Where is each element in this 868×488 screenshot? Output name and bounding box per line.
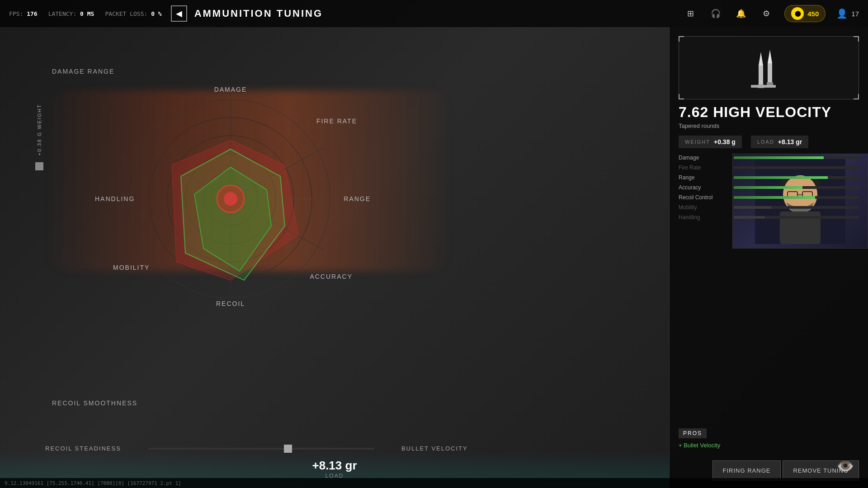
page-title: AMMUNITION TUNING [194,8,323,19]
stat-bar-fill [734,216,765,219]
damage-range-label: DAMAGE RANGE [52,68,114,75]
bullet-velocity-label: BULLET VELOCITY [401,445,468,452]
radar-label-damage: DAMAGE [214,86,247,93]
top-right-controls: ⊞ 🎧 🔔 ⚙ ⬤ 450 👤 17 [683,5,859,22]
corner-br [854,94,859,99]
back-button[interactable]: ◀ [171,5,187,22]
weight-load-badges: WEIGHT +0.38 g LOAD +8.13 gr [679,136,859,148]
pro-item: + Bullet Velocity [679,441,859,450]
weight-indicator [35,162,43,170]
stat-name-label: Range [679,174,728,181]
corner-tr [854,36,859,42]
stat-bar-bg [734,206,859,209]
ammo-description: Tapered rounds [670,121,868,131]
player-badge: 👤 17 [836,8,859,19]
ammo-preview [679,36,859,99]
player-icon: 👤 [836,8,848,19]
stat-name-label: Fire Rate [679,164,728,171]
pros-label: PROS [679,428,707,438]
load-badge-value: +8.13 gr [778,138,802,145]
load-badge-label: LOAD [757,139,774,145]
recoil-steadiness-row: RECOIL STEADINESS BULLET VELOCITY [45,445,646,452]
radar-label-range: RANGE [344,195,371,202]
stat-name-label: Recoil Control [679,194,728,201]
gear-icon-button[interactable]: ⚙ [759,6,774,21]
weight-label: +0.38 g WEIGHT [37,104,42,156]
headset-icon-button[interactable]: 🎧 [708,6,723,21]
currency-icon: ⬤ [791,7,804,20]
right-panel: 7.62 HIGH VELOCITY Tapered rounds [669,27,868,488]
stat-bar-bg [734,176,859,179]
bell-icon: 🔔 [736,9,746,19]
recoil-steadiness-thumb[interactable] [284,445,292,453]
recoil-steadiness-slider[interactable] [148,448,374,450]
recoil-steadiness-label: RECOIL STEADINESS [45,445,121,452]
stat-name-label: Handling [679,214,728,221]
corner-tl [679,36,684,42]
stat-bar-bg [734,196,859,199]
stat-bar-bg [734,186,859,189]
ammo-name: 7.62 HIGH VELOCITY [670,99,868,121]
stat-bar-fill [734,186,802,189]
stat-bar-bg [734,166,859,169]
bullet-illustration [746,45,792,90]
weight-badge: WEIGHT +0.38 g [679,136,742,148]
svg-rect-18 [759,66,763,86]
pros-section: PROS + Bullet Velocity [670,425,868,453]
radar-label-recoil: RECOIL [216,300,245,307]
radar-label-mobility: MOBILITY [113,264,150,271]
main-area: DAMAGE RANGE +0.38 g WEIGHT DAMAGE FIRE … [0,27,868,488]
player-value: 17 [851,10,859,18]
radar-label-handling: HANDLING [95,195,135,202]
currency-display: ⬤ 450 [784,5,826,22]
weight-bar-container: +0.38 g WEIGHT [34,104,45,276]
weight-badge-label: WEIGHT [685,139,710,145]
radar-chart-container: DAMAGE FIRE RATE HANDLING RANGE ACCURACY… [90,81,371,316]
left-panel: DAMAGE RANGE +0.38 g WEIGHT DAMAGE FIRE … [0,27,669,488]
performance-info: FPS: 176 LATENCY: 0 MS PACKET LOSS: 0 % [9,10,162,17]
load-value-container: +8.13 gr LOAD [312,459,357,479]
svg-marker-19 [759,52,763,66]
watermark-icon: 👁️ [836,457,854,474]
top-bar: FPS: 176 LATENCY: 0 MS PACKET LOSS: 0 % … [0,0,868,27]
debug-bar: 9.12.13849161 [75.255.1740.41] [7000][8]… [0,478,868,488]
headset-icon: 🎧 [711,9,721,19]
stat-name-label: Mobility [679,204,728,211]
svg-rect-21 [768,63,772,84]
back-icon: ◀ [176,9,182,19]
load-value-display: +8.13 gr [312,459,357,473]
stat-bar-fill [734,176,828,179]
svg-point-16 [224,192,237,206]
svg-rect-24 [751,85,776,88]
latency-display: LATENCY: 0 MS [48,10,94,17]
stat-name-label: Damage [679,155,728,161]
debug-text: 9.12.13849161 [75.255.1740.41] [7000][8]… [5,480,181,486]
packet-loss-display: PACKET LOSS: 0 % [105,10,161,17]
pros-list: + Bullet Velocity [679,441,859,450]
load-badge: LOAD +8.13 gr [751,136,808,148]
weight-badge-value: +0.38 g [714,138,736,145]
currency-value: 450 [807,10,819,18]
stat-bar-fill [734,206,771,209]
gear-icon: ⚙ [763,9,770,19]
recoil-smoothness-label: RECOIL SMOOTHNESS [52,399,137,407]
stat-bar-fill [734,156,824,159]
grid-icon-button[interactable]: ⊞ [683,6,698,21]
radar-label-accuracy: ACCURACY [310,273,353,280]
stat-bar-bg [734,216,859,219]
streamer-svg [755,158,845,244]
bell-icon-button[interactable]: 🔔 [734,6,748,21]
svg-marker-22 [768,50,772,63]
stat-bar-bg [734,156,859,159]
fps-display: FPS: 176 [9,10,38,17]
radar-label-fire-rate: FIRE RATE [316,117,357,125]
corner-bl [679,94,684,99]
grid-icon: ⊞ [687,9,694,19]
stat-name-label: Accuracy [679,184,728,191]
stat-bar-fill [734,196,815,199]
